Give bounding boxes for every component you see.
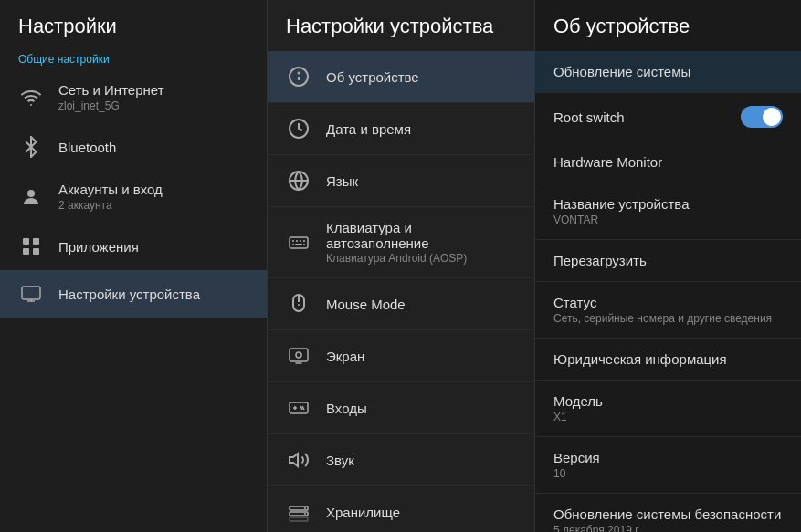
device-name-value: VONTAR (553, 214, 689, 226)
right-panel: Об устройстве Обновление системы Root sw… (535, 0, 801, 532)
mouse-label: Mouse Mode (326, 297, 406, 312)
right-item-model[interactable]: Модель X1 (535, 381, 801, 437)
right-item-security-update[interactable]: Обновление системы безопасности 5 декабр… (535, 494, 801, 532)
legal-label: Юридическая информация (553, 351, 727, 367)
model-label: Модель (553, 393, 603, 409)
sidebar-item-bluetooth[interactable]: Bluetooth (0, 123, 267, 171)
mid-item-datetime[interactable]: Дата и время (268, 103, 534, 155)
svg-point-37 (304, 507, 306, 509)
left-panel: Настройки Общие настройки Сеть и Интерне… (0, 0, 268, 532)
datetime-label: Дата и время (326, 121, 411, 137)
section-header: Общие настройки (0, 47, 267, 71)
mouse-icon (286, 291, 311, 317)
system-update-label: Обновление системы (553, 64, 690, 79)
svg-point-0 (30, 104, 32, 106)
apps-icon (18, 234, 44, 259)
keyboard-icon (286, 230, 311, 256)
mid-item-about[interactable]: Об устройстве (268, 51, 534, 103)
about-label: Об устройстве (326, 69, 419, 85)
right-panel-title: Об устройстве (535, 0, 801, 51)
network-sublabel: zloi_inet_5G (58, 99, 164, 112)
device-settings-label: Настройки устройства (58, 287, 200, 302)
svg-point-24 (298, 304, 300, 306)
security-update-label: Обновление системы безопасности (553, 506, 781, 522)
right-item-root-switch[interactable]: Root switch (535, 93, 801, 141)
sidebar-item-accounts[interactable]: Аккаунты и вход 2 аккаунта (0, 171, 267, 223)
mid-item-display[interactable]: Экран (268, 330, 534, 382)
language-label: Язык (326, 173, 358, 189)
svg-rect-25 (290, 349, 308, 361)
keyboard-sublabel: Клавиатура Android (AOSP) (326, 252, 516, 265)
mid-item-storage[interactable]: Хранилище (268, 486, 534, 532)
keyboard-label: Клавиатура и автозаполнение (326, 220, 516, 251)
sidebar-item-network[interactable]: Сеть и Интернет zloi_inet_5G (0, 71, 267, 123)
right-item-reboot[interactable]: Перезагрузить (535, 240, 801, 282)
accounts-icon (18, 184, 44, 210)
display-icon (286, 343, 311, 369)
version-value: 10 (553, 467, 600, 480)
mid-item-inputs[interactable]: Входы (268, 382, 534, 434)
apps-label: Приложения (58, 239, 139, 255)
wifi-icon (18, 85, 44, 110)
model-value: X1 (553, 411, 603, 423)
status-label: Статус (553, 295, 772, 310)
language-icon (286, 168, 311, 193)
root-switch-label: Root switch (553, 110, 625, 125)
network-label: Сеть и Интернет (58, 82, 164, 98)
svg-rect-14 (290, 237, 308, 248)
display-label: Экран (326, 349, 364, 364)
svg-rect-3 (33, 238, 39, 245)
mid-panel-title: Настройки устройства (268, 0, 534, 51)
bluetooth-icon (18, 134, 44, 160)
right-item-device-name[interactable]: Название устройства VONTAR (535, 183, 801, 240)
device-settings-icon (18, 281, 44, 307)
sidebar-item-device-settings[interactable]: Настройки устройства (0, 270, 267, 318)
inputs-icon (286, 395, 311, 421)
status-sublabel: Сеть, серийные номера и другие сведения (553, 312, 772, 325)
mid-item-sound[interactable]: Звук (268, 434, 534, 486)
sidebar-item-apps[interactable]: Приложения (0, 223, 267, 270)
svg-marker-33 (290, 454, 298, 466)
storage-icon (286, 499, 311, 525)
right-item-legal[interactable]: Юридическая информация (535, 339, 801, 381)
svg-rect-5 (33, 248, 39, 255)
inputs-label: Входы (326, 401, 367, 416)
right-item-version[interactable]: Версия 10 (535, 437, 801, 494)
svg-point-38 (304, 513, 306, 515)
version-label: Версия (553, 450, 600, 465)
hardware-monitor-label: Hardware Monitor (553, 154, 662, 170)
bluetooth-label: Bluetooth (58, 140, 116, 155)
svg-rect-4 (23, 248, 29, 255)
svg-rect-2 (23, 238, 29, 245)
svg-point-1 (27, 190, 35, 197)
clock-icon (286, 116, 311, 141)
mid-item-language[interactable]: Язык (268, 155, 534, 207)
svg-rect-36 (290, 517, 308, 521)
sound-icon (286, 447, 311, 473)
root-switch-toggle[interactable] (741, 106, 783, 128)
device-name-label: Название устройства (553, 196, 689, 212)
right-item-status[interactable]: Статус Сеть, серийные номера и другие св… (535, 282, 801, 339)
mid-item-keyboard[interactable]: Клавиатура и автозаполнение Клавиатура A… (268, 207, 534, 278)
mid-item-mouse[interactable]: Mouse Mode (268, 278, 534, 330)
right-item-system-update[interactable]: Обновление системы (535, 51, 801, 93)
info-icon (286, 64, 311, 89)
storage-label: Хранилище (326, 505, 400, 520)
accounts-label: Аккаунты и вход (58, 182, 163, 197)
left-panel-title: Настройки (0, 0, 267, 47)
reboot-label: Перезагрузить (553, 253, 647, 268)
svg-rect-28 (290, 402, 308, 413)
svg-point-26 (296, 352, 301, 358)
sound-label: Звук (326, 453, 354, 468)
mid-panel: Настройки устройства Об устройстве Дата … (268, 0, 535, 532)
right-item-hardware-monitor[interactable]: Hardware Monitor (535, 141, 801, 183)
svg-rect-6 (22, 287, 40, 299)
security-update-value: 5 декабря 2019 г. (553, 524, 781, 532)
accounts-sublabel: 2 аккаунта (58, 199, 163, 212)
